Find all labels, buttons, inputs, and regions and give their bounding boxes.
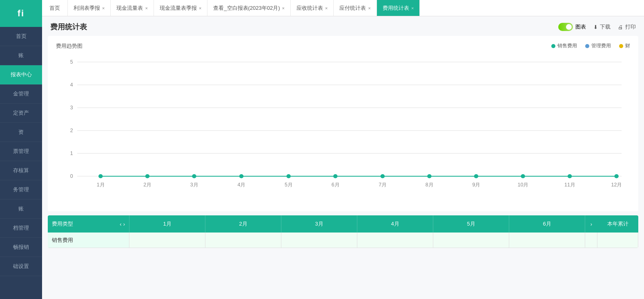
svg-text:9月: 9月: [472, 182, 480, 188]
th-month-4: 4月: [357, 215, 433, 233]
tab-receivable[interactable]: 应收统计表 ×: [291, 0, 334, 16]
download-button[interactable]: ⬇ 下载: [593, 23, 611, 31]
svg-text:12月: 12月: [611, 182, 622, 188]
svg-text:1: 1: [70, 151, 73, 156]
next-arrow[interactable]: ›: [123, 221, 125, 227]
legend-dot-admin: [585, 44, 589, 48]
legend-finance: 财: [619, 42, 630, 49]
svg-text:3: 3: [70, 105, 73, 111]
svg-text:11月: 11月: [564, 182, 575, 188]
sidebar-item-capital[interactable]: 资: [0, 123, 42, 142]
svg-point-16: [286, 174, 290, 178]
svg-text:8月: 8月: [426, 182, 433, 188]
svg-point-18: [381, 174, 385, 178]
sidebar-item-ledger[interactable]: 账: [0, 199, 42, 219]
th-month-6: 6月: [509, 215, 585, 233]
sidebar-item-service[interactable]: 务管理: [0, 180, 42, 199]
header-actions: 图表 ⬇ 下载 🖨 打印: [558, 23, 636, 31]
legend-sales-label: 销售费用: [557, 42, 577, 49]
tab-expense[interactable]: 费用统计表 ×: [377, 0, 420, 16]
svg-text:4: 4: [70, 82, 73, 88]
tab-bar: 首页 利润表季报 × 现金流量表 × 现金流量表季报 × 查看_空白报表(202…: [42, 0, 644, 16]
svg-point-13: [145, 174, 149, 178]
sidebar-item-settings[interactable]: 础设置: [0, 257, 42, 276]
tab-payable[interactable]: 应付统计表 ×: [334, 0, 377, 16]
td-sales-1: [129, 233, 205, 248]
table-header: 费用类型 ‹ › 1月 2月 3月 4月 5月 6月 › 本年累计: [48, 215, 638, 233]
close-tab-5[interactable]: ×: [325, 6, 328, 11]
th-month-1: 1月: [129, 215, 205, 233]
svg-text:2: 2: [70, 128, 73, 133]
th-month-2: 2月: [205, 215, 281, 233]
td-sales-4: [357, 233, 433, 248]
print-button[interactable]: 🖨 打印: [618, 23, 636, 31]
sidebar-item-invoice[interactable]: 票管理: [0, 142, 42, 161]
svg-point-17: [333, 174, 337, 178]
td-sales-total: [597, 233, 638, 248]
svg-point-23: [614, 174, 618, 178]
th-total: 本年累计: [597, 215, 638, 233]
close-tab-6[interactable]: ×: [368, 6, 370, 11]
tab-cashflow[interactable]: 现金流量表 ×: [111, 0, 154, 16]
tab-profit-quarterly[interactable]: 利润表季报 ×: [68, 0, 111, 16]
svg-text:1月: 1月: [97, 182, 105, 188]
svg-text:0: 0: [70, 173, 73, 179]
close-tab-4[interactable]: ×: [282, 6, 285, 11]
chart-svg: 5 4 3 2 1 0: [56, 54, 630, 205]
sidebar-item-archive[interactable]: 档管理: [0, 219, 42, 238]
svg-point-19: [427, 174, 431, 178]
sidebar-item-home[interactable]: 首页: [0, 27, 42, 46]
td-sales-3: [281, 233, 357, 248]
legend-finance-label: 财: [625, 42, 630, 49]
close-tab-7[interactable]: ×: [411, 6, 414, 11]
svg-text:4月: 4月: [237, 182, 245, 188]
sidebar-item-account[interactable]: 账: [0, 46, 42, 65]
svg-point-22: [568, 174, 572, 178]
sidebar-logo: fi: [0, 0, 42, 27]
sidebar-item-reimbursement[interactable]: 畅报销: [0, 238, 42, 257]
scroll-right[interactable]: ›: [585, 221, 597, 227]
table-section: 费用类型 ‹ › 1月 2月 3月 4月 5月 6月 › 本年累计 销售费用: [48, 215, 638, 248]
close-tab-1[interactable]: ×: [102, 6, 105, 11]
close-tab-3[interactable]: ×: [199, 6, 201, 11]
td-sales-6: [509, 233, 585, 248]
svg-text:5月: 5月: [285, 182, 292, 188]
svg-text:3月: 3月: [190, 182, 198, 188]
sidebar-item-reports[interactable]: 报表中心: [0, 65, 42, 84]
sidebar-item-inventory[interactable]: 存核算: [0, 161, 42, 180]
chart-toggle[interactable]: [558, 23, 573, 31]
download-icon: ⬇: [593, 24, 598, 30]
svg-point-12: [98, 174, 103, 178]
svg-point-20: [474, 174, 478, 178]
tab-cashflow-quarterly[interactable]: 现金流量表季报 ×: [154, 0, 207, 16]
td-sales-2: [205, 233, 281, 248]
chart-toggle-wrap: 图表: [558, 23, 586, 31]
svg-point-15: [239, 174, 243, 178]
sidebar-item-finance[interactable]: 金管理: [0, 84, 42, 104]
tab-home[interactable]: 首页: [42, 0, 68, 16]
table-body: 销售费用: [48, 233, 638, 248]
sidebar: fi 首页 账 报表中心 金管理 定资产 资 票管理 存核算 务管理 账 档管理…: [0, 0, 42, 299]
th-month-5: 5月: [433, 215, 509, 233]
td-sales-5: [433, 233, 509, 248]
content-area: 费用统计表 图表 ⬇ 下载 🖨 打印 费用趋势图: [42, 16, 644, 299]
main-area: 首页 利润表季报 × 现金流量表 × 现金流量表季报 × 查看_空白报表(202…: [42, 0, 644, 299]
chart-toggle-label: 图表: [575, 23, 586, 31]
td-spacer: [585, 233, 597, 248]
th-month-3: 3月: [281, 215, 357, 233]
print-icon: 🖨: [618, 24, 623, 30]
prev-arrow[interactable]: ‹: [120, 221, 121, 227]
svg-text:2月: 2月: [143, 182, 151, 188]
svg-text:7月: 7月: [379, 182, 386, 188]
chart-container: 5 4 3 2 1 0: [56, 54, 630, 205]
tab-blank-report[interactable]: 查看_空白报表(2023年02月) ×: [207, 0, 291, 16]
svg-point-21: [521, 174, 525, 178]
sidebar-item-assets[interactable]: 定资产: [0, 104, 42, 123]
svg-text:5: 5: [70, 59, 73, 65]
close-tab-2[interactable]: ×: [145, 6, 147, 11]
legend-admin: 管理费用: [585, 42, 611, 49]
legend-dot-sales: [551, 44, 555, 48]
page-title: 费用统计表: [50, 22, 87, 32]
svg-text:10月: 10月: [517, 182, 528, 188]
chart-legend: 销售费用 管理费用 财: [551, 42, 630, 49]
